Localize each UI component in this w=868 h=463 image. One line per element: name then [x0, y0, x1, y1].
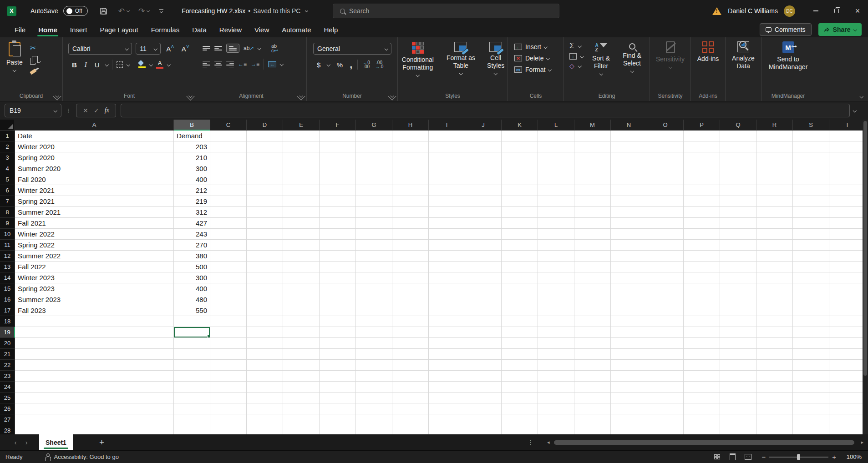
cell-H19[interactable]: [392, 327, 429, 338]
cell-J17[interactable]: [465, 305, 502, 316]
cell-I4[interactable]: [429, 163, 465, 174]
cell-A18[interactable]: [15, 316, 174, 327]
fill-color-dropdown-icon[interactable]: [149, 63, 153, 66]
cell-O14[interactable]: [647, 272, 684, 283]
cell-I20[interactable]: [429, 338, 465, 349]
row-header-21[interactable]: 21: [0, 349, 15, 360]
cell-L26[interactable]: [538, 403, 574, 414]
cell-A8[interactable]: Summer 2021: [15, 207, 174, 218]
cell-N4[interactable]: [611, 163, 647, 174]
cell-L10[interactable]: [538, 229, 574, 240]
cell-S27[interactable]: [793, 414, 829, 425]
sheet-options-kebab-icon[interactable]: ⋮: [528, 439, 533, 446]
cell-I5[interactable]: [429, 174, 465, 185]
cell-B12[interactable]: 380: [174, 251, 210, 262]
cell-I10[interactable]: [429, 229, 465, 240]
tab-automate[interactable]: Automate: [275, 22, 317, 37]
cell-O6[interactable]: [647, 185, 684, 196]
cell-O13[interactable]: [647, 262, 684, 272]
cell-H22[interactable]: [392, 360, 429, 371]
cell-A11[interactable]: Spring 2022: [15, 240, 174, 251]
conditional-formatting-button[interactable]: Conditional Formatting: [398, 42, 438, 94]
cell-O23[interactable]: [647, 371, 684, 382]
cell-A7[interactable]: Spring 2021: [15, 196, 174, 207]
cell-H28[interactable]: [392, 425, 429, 434]
cell-S25[interactable]: [793, 393, 829, 403]
cell-A15[interactable]: Spring 2023: [15, 283, 174, 294]
cell-J21[interactable]: [465, 349, 502, 360]
cell-M15[interactable]: [574, 283, 611, 294]
tab-formulas[interactable]: Formulas: [145, 22, 186, 37]
format-as-table-button[interactable]: Format as Table: [444, 42, 478, 94]
cell-A1[interactable]: Date: [15, 131, 174, 141]
align-left-button[interactable]: [203, 61, 210, 68]
cell-K11[interactable]: [502, 240, 538, 251]
cell-K22[interactable]: [502, 360, 538, 371]
cell-I14[interactable]: [429, 272, 465, 283]
cell-M18[interactable]: [574, 316, 611, 327]
cell-R3[interactable]: [756, 152, 793, 163]
cell-G6[interactable]: [356, 185, 392, 196]
cell-O18[interactable]: [647, 316, 684, 327]
cell-K5[interactable]: [502, 174, 538, 185]
cell-P1[interactable]: [684, 131, 720, 141]
vertical-scrollbar-thumb[interactable]: [863, 121, 867, 376]
selected-cell-B19[interactable]: [174, 327, 210, 338]
cell-S14[interactable]: [793, 272, 829, 283]
cell-R19[interactable]: [756, 327, 793, 338]
cell-K3[interactable]: [502, 152, 538, 163]
cell-F14[interactable]: [320, 272, 356, 283]
cell-D18[interactable]: [247, 316, 283, 327]
cell-P4[interactable]: [684, 163, 720, 174]
column-header-A[interactable]: A: [15, 120, 174, 131]
zoom-level[interactable]: 100%: [840, 453, 862, 460]
cell-N12[interactable]: [611, 251, 647, 262]
cell-Q11[interactable]: [720, 240, 756, 251]
page-layout-view-button[interactable]: [727, 453, 738, 462]
cell-O20[interactable]: [647, 338, 684, 349]
borders-button[interactable]: [117, 61, 123, 68]
cell-B5[interactable]: 400: [174, 174, 210, 185]
cell-N6[interactable]: [611, 185, 647, 196]
cell-A27[interactable]: [15, 414, 174, 425]
cell-T14[interactable]: [829, 272, 866, 283]
column-header-C[interactable]: C: [210, 120, 247, 131]
cell-K10[interactable]: [502, 229, 538, 240]
cell-G26[interactable]: [356, 403, 392, 414]
cell-C5[interactable]: [210, 174, 247, 185]
cell-L21[interactable]: [538, 349, 574, 360]
cell-A12[interactable]: Summer 2022: [15, 251, 174, 262]
cell-M21[interactable]: [574, 349, 611, 360]
increase-font-button[interactable]: A˄: [164, 43, 176, 55]
cell-D26[interactable]: [247, 403, 283, 414]
cell-S3[interactable]: [793, 152, 829, 163]
cell-P23[interactable]: [684, 371, 720, 382]
cell-P10[interactable]: [684, 229, 720, 240]
column-header-T[interactable]: T: [829, 120, 866, 131]
cell-A20[interactable]: [15, 338, 174, 349]
cell-P12[interactable]: [684, 251, 720, 262]
cell-T27[interactable]: [829, 414, 866, 425]
row-header-19[interactable]: 19: [0, 327, 15, 338]
column-header-N[interactable]: N: [611, 120, 647, 131]
cell-J4[interactable]: [465, 163, 502, 174]
cell-E20[interactable]: [283, 338, 320, 349]
cell-O12[interactable]: [647, 251, 684, 262]
zoom-slider-knob[interactable]: [797, 454, 800, 460]
cell-A13[interactable]: Fall 2022: [15, 262, 174, 272]
cell-G1[interactable]: [356, 131, 392, 141]
cell-S28[interactable]: [793, 425, 829, 434]
cell-B21[interactable]: [174, 349, 210, 360]
cell-D12[interactable]: [247, 251, 283, 262]
cell-S17[interactable]: [793, 305, 829, 316]
cell-H1[interactable]: [392, 131, 429, 141]
cell-E7[interactable]: [283, 196, 320, 207]
cell-B8[interactable]: 312: [174, 207, 210, 218]
cell-N25[interactable]: [611, 393, 647, 403]
cell-R2[interactable]: [756, 141, 793, 152]
cell-F2[interactable]: [320, 141, 356, 152]
cell-K20[interactable]: [502, 338, 538, 349]
cell-T10[interactable]: [829, 229, 866, 240]
cell-Q12[interactable]: [720, 251, 756, 262]
tab-page-layout[interactable]: Page Layout: [93, 22, 144, 37]
